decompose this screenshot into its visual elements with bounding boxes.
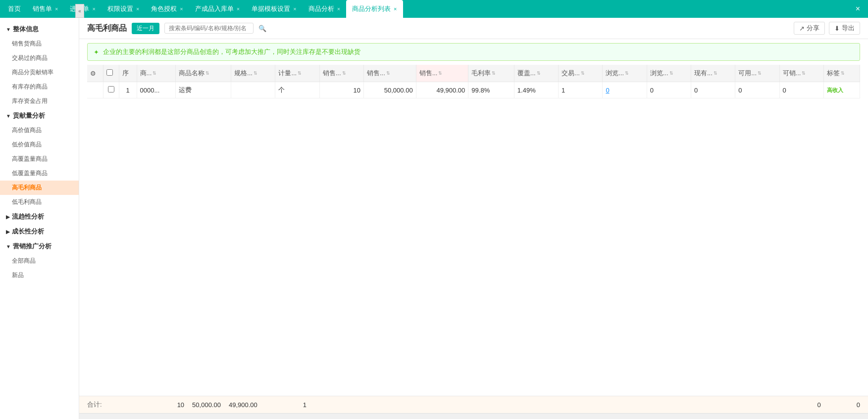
cell-view2: 0 <box>647 82 691 98</box>
close-icon[interactable]: × <box>237 6 240 12</box>
footer-sellable-stock: 0 <box>857 401 860 409</box>
table-row: 1 0000... 运费 个 10 50,000.00 49,900.00 99… <box>87 82 860 98</box>
close-icon[interactable]: × <box>92 6 95 12</box>
cell-name: 运费 <box>176 82 231 98</box>
sort-icon: ⇅ <box>298 71 302 76</box>
col-current-stock[interactable]: 现有... ⇅ <box>691 65 735 82</box>
nav-tab-home[interactable]: 首页 <box>2 0 27 18</box>
sidebar-item-low-margin[interactable]: 低毛利商品 <box>0 195 79 209</box>
sidebar-item-stock-goods[interactable]: 有库存的商品 <box>0 80 79 94</box>
horizontal-scrollbar[interactable] <box>79 413 868 419</box>
search-input[interactable] <box>164 23 254 34</box>
cell-settings <box>87 82 103 98</box>
close-icon[interactable]: × <box>337 6 340 12</box>
row-checkbox[interactable] <box>108 86 114 93</box>
window-close-button[interactable]: × <box>850 4 866 13</box>
cell-trade: 1 <box>559 82 603 98</box>
nav-tab-analysis[interactable]: 商品分析 × <box>303 0 346 18</box>
sort-icon: ⇅ <box>205 71 209 76</box>
sidebar-item-high-value[interactable]: 高价值商品 <box>0 123 79 138</box>
content-header: 高毛利商品 近一月 🔍 ↗ 分享 ⬇ 导出 <box>79 18 868 39</box>
col-spec[interactable]: 规格... ⇅ <box>231 65 275 82</box>
cell-sales-amount: 50,000.00 <box>363 82 416 98</box>
content-area: 高毛利商品 近一月 🔍 ↗ 分享 ⬇ 导出 ✦ 企业的主要的利润都是这部分商品创… <box>79 18 868 419</box>
col-available-stock[interactable]: 可用... ⇅ <box>735 65 779 82</box>
cell-code: 0000... <box>137 82 176 98</box>
cell-unit: 个 <box>275 82 319 98</box>
cell-sales-qty: 10 <box>319 82 363 98</box>
sidebar-item-sales-goods[interactable]: 销售货商品 <box>0 37 79 51</box>
col-sales-profit[interactable]: 销售... ⇅ <box>416 65 468 82</box>
sort-icon: ⇅ <box>669 71 673 76</box>
close-icon[interactable]: × <box>293 6 296 12</box>
sidebar: ▼ 整体信息 销售货商品 交易过的商品 商品分贡献销率 有库存的商品 库存资金占… <box>0 18 79 419</box>
sort-icon: ⇅ <box>625 71 629 76</box>
col-unit[interactable]: 计量... ⇅ <box>275 65 319 82</box>
sort-icon: ⇅ <box>492 71 496 76</box>
footer-label: 合计: <box>87 400 102 409</box>
footer-sales-profit: 49,900.00 <box>229 401 257 409</box>
close-icon[interactable]: × <box>55 6 58 12</box>
close-icon[interactable]: × <box>180 6 183 12</box>
col-coverage[interactable]: 覆盖... ⇅ <box>514 65 558 82</box>
sort-icon: ⇅ <box>758 71 762 76</box>
col-sales-amount[interactable]: 销售... ⇅ <box>363 65 416 82</box>
col-trade[interactable]: 交易... ⇅ <box>559 65 603 82</box>
col-sellable-stock[interactable]: 可销... ⇅ <box>779 65 823 82</box>
cell-current-stock: 0 <box>691 82 735 98</box>
cell-view1[interactable]: 0 <box>603 82 647 98</box>
table-container: ⚙ 序 商... ⇅ 商品名称 ⇅ <box>79 65 868 396</box>
sidebar-item-contribution-rate[interactable]: 商品分贡献销率 <box>0 65 79 80</box>
nav-tab-analysis-list[interactable]: 商品分析列表 × <box>346 0 403 18</box>
sidebar-item-capital[interactable]: 库存资金占用 <box>0 94 79 108</box>
sidebar-item-high-coverage[interactable]: 高覆盖量商品 <box>0 152 79 166</box>
sidebar-group-overall[interactable]: ▼ 整体信息 <box>0 22 79 37</box>
sidebar-item-traded-goods[interactable]: 交易过的商品 <box>0 51 79 65</box>
nav-tab-product-entry[interactable]: 产成品入库单 × <box>189 0 246 18</box>
sidebar-group-growth[interactable]: ▶ 成长性分析 <box>0 224 79 239</box>
sort-icon: ⇅ <box>153 71 156 76</box>
sidebar-item-low-coverage[interactable]: 低覆盖量商品 <box>0 166 79 181</box>
chevron-down-icon: ▼ <box>6 113 11 119</box>
info-icon: ✦ <box>94 48 99 56</box>
col-seq: 序 <box>119 65 137 82</box>
sort-icon: ⇅ <box>438 71 442 76</box>
sidebar-item-high-margin[interactable]: 高毛利商品 <box>0 181 79 195</box>
nav-tab-roles[interactable]: 角色授权 × <box>145 0 189 18</box>
cell-seq: 1 <box>119 82 137 98</box>
sort-icon: ⇅ <box>714 71 717 76</box>
share-button[interactable]: ↗ 分享 <box>794 22 825 35</box>
sidebar-item-all-goods[interactable]: 全部商品 <box>0 254 79 268</box>
export-button[interactable]: ⬇ 导出 <box>829 22 860 35</box>
cell-spec <box>231 82 275 98</box>
nav-tab-sales[interactable]: 销售单 × <box>27 0 64 18</box>
col-name[interactable]: 商品名称 ⇅ <box>176 65 231 82</box>
col-settings[interactable]: ⚙ <box>87 65 103 82</box>
col-tag[interactable]: 标签 ⇅ <box>823 65 860 82</box>
sidebar-item-low-value[interactable]: 低价值商品 <box>0 138 79 152</box>
search-icon[interactable]: 🔍 <box>258 25 266 32</box>
cell-checkbox[interactable] <box>103 82 119 98</box>
sidebar-group-marketing[interactable]: ▼ 营销推广分析 <box>0 239 79 254</box>
select-all-checkbox[interactable] <box>106 69 113 76</box>
col-checkbox <box>103 65 119 82</box>
page-title: 高毛利商品 <box>87 23 127 34</box>
filter-button[interactable]: 近一月 <box>132 23 159 34</box>
sort-icon: ⇅ <box>841 71 845 76</box>
sidebar-item-new-goods[interactable]: 新品 <box>0 268 79 282</box>
col-gross-margin[interactable]: 毛利率 ⇅ <box>468 65 514 82</box>
close-icon[interactable]: × <box>136 6 139 12</box>
sidebar-group-trend[interactable]: ▶ 流趋性分析 <box>0 209 79 224</box>
col-code[interactable]: 商... ⇅ <box>137 65 176 82</box>
sidebar-group-contribution[interactable]: ▼ 贡献量分析 <box>0 108 79 123</box>
close-icon[interactable]: × <box>394 6 397 12</box>
footer-sales-amount: 50,000.00 <box>192 401 221 409</box>
footer-sales-qty: 10 <box>177 401 184 409</box>
col-sales-qty[interactable]: 销售... ⇅ <box>319 65 363 82</box>
col-view2[interactable]: 浏览... ⇅ <box>647 65 691 82</box>
chevron-right-icon: ▶ <box>6 229 10 234</box>
sort-icon: ⇅ <box>342 71 346 76</box>
nav-tab-permissions[interactable]: 权限设置 × <box>102 0 145 18</box>
nav-tab-template[interactable]: 单据模板设置 × <box>246 0 302 18</box>
col-view1[interactable]: 浏览... ⇅ <box>603 65 647 82</box>
